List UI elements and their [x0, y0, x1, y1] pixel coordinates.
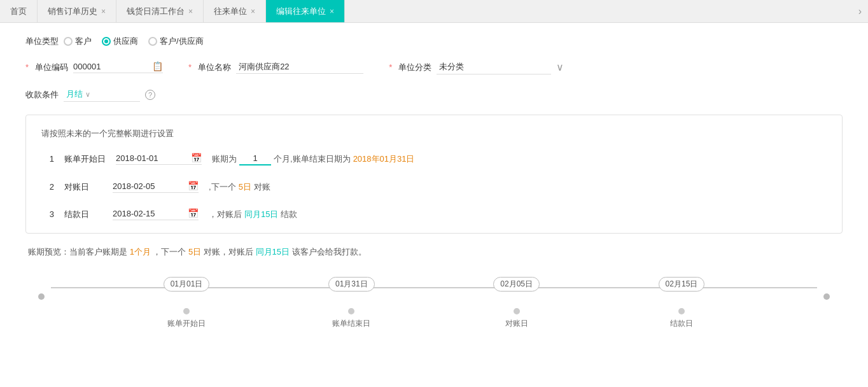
timeline-item-1: 01月01日 账单开始日 — [164, 277, 210, 329]
page-content: 单位类型 客户 供应商 客户/供应商 * 单位编码 — [0, 23, 868, 387]
unit-code-field: * 单位编码 📋 — [25, 61, 163, 73]
preview-connector2: 对账，对账后 — [204, 247, 253, 257]
step-1-date-field[interactable] — [116, 153, 186, 163]
tab-cash-daily-close[interactable]: × — [188, 7, 193, 16]
preview-connector1: ，下一个 — [153, 247, 186, 257]
step-3-highlight: 同月15日 — [244, 209, 278, 220]
timeline-badge-3: 02月05日 — [493, 277, 540, 292]
preview-label: 账期预览：当前客户账期是 — [28, 247, 127, 257]
preview-suffix: 该客户会给我打款。 — [292, 247, 367, 257]
step-2-desc: ,下一个 5日 对账 — [209, 181, 270, 193]
timeline-dot-1 — [183, 308, 190, 314]
radio-customer[interactable]: 客户 — [64, 36, 92, 47]
unit-code-input[interactable] — [73, 62, 150, 71]
step-1-row: 1 账单开始日 📅 账期为 个月,账单结束日期为 2018年01月31日 — [41, 152, 827, 165]
step-2-desc-prefix: ,下一个 — [209, 181, 236, 193]
preview-part1: 1个月 — [130, 247, 151, 257]
radio-both[interactable]: 客户/供应商 — [148, 36, 204, 47]
step-1-desc: 账期为 个月,账单结束日期为 2018年01月31日 — [212, 152, 414, 165]
radio-both-circle — [148, 37, 157, 46]
period-settings-section: 请按照未来的一个完整帐期进行设置 1 账单开始日 📅 账期为 个月,账单结束日期… — [25, 115, 843, 234]
step-1-months-input[interactable] — [239, 152, 271, 165]
unit-category-dropdown[interactable]: 未分类 ∨ — [437, 60, 564, 74]
step-3-desc-prefix: ，对账后 — [209, 209, 242, 220]
step-2-label: 对账日 — [64, 181, 102, 193]
step-3-calendar-icon[interactable]: 📅 — [188, 208, 199, 218]
timeline-dot-2 — [348, 308, 354, 314]
payment-terms-help-icon[interactable]: ? — [145, 90, 155, 100]
unit-code-input-wrapper: 📋 — [73, 61, 163, 73]
step-3-date-input: 📅 — [113, 208, 199, 220]
timeline-dot-3 — [514, 308, 520, 314]
unit-name-star: * — [188, 62, 192, 72]
unit-category-star: * — [389, 62, 392, 72]
step-3-desc: ，对账后 同月15日 结款 — [209, 209, 297, 220]
step-2-row: 2 对账日 📅 ,下一个 5日 对账 — [41, 181, 827, 193]
step-2-desc-suffix: 对账 — [254, 181, 270, 193]
timeline-end-end — [823, 281, 830, 300]
step-1-calendar-icon[interactable]: 📅 — [191, 153, 202, 163]
unit-type-row: 单位类型 客户 供应商 客户/供应商 — [25, 36, 843, 47]
timeline-container: 01月01日 账单开始日 01月31日 账单结束日 02月05日 对账日 02月… — [25, 271, 843, 335]
tab-edit-partner-close[interactable]: × — [330, 7, 334, 16]
timeline-label-3: 对账日 — [505, 318, 528, 329]
step-2-date-field[interactable] — [113, 181, 183, 191]
tabs-bar: 首页 销售订单历史 × 钱货日清工作台 × 往来单位 × 编辑往来单位 × › — [0, 0, 868, 23]
radio-supplier[interactable]: 供应商 — [102, 36, 138, 47]
tab-cash-daily[interactable]: 钱货日清工作台 × — [116, 0, 204, 22]
timeline-end-dot — [823, 293, 830, 300]
tab-partner[interactable]: 往来单位 × — [204, 0, 266, 22]
step-2-num: 2 — [41, 182, 54, 192]
unit-category-value: 未分类 — [437, 60, 551, 74]
step-3-desc-suffix: 结款 — [281, 209, 297, 220]
payment-terms-field: 收款条件 月结 ∨ ? — [25, 87, 155, 102]
section-description: 请按照未来的一个完整帐期进行设置 — [41, 128, 827, 139]
payment-terms-select[interactable]: 月结 ∨ — [64, 87, 140, 102]
payment-terms-chevron-icon: ∨ — [85, 90, 90, 99]
step-1-highlight: 2018年01月31日 — [353, 153, 415, 165]
tab-sales-history[interactable]: 销售订单历史 × — [38, 0, 116, 22]
timeline-label-4: 结款日 — [670, 318, 693, 329]
step-1-num: 1 — [41, 154, 54, 164]
tab-partner-close[interactable]: × — [251, 7, 255, 16]
step-3-num: 3 — [41, 209, 54, 219]
timeline-badge-1: 01月01日 — [164, 277, 210, 292]
tab-partner-label: 往来单位 — [214, 6, 247, 17]
timeline-dot-4 — [678, 308, 685, 314]
unit-name-label: 单位名称 — [198, 62, 231, 73]
tab-cash-daily-label: 钱货日清工作台 — [127, 6, 185, 17]
step-2-highlight: 5日 — [239, 181, 251, 193]
unit-code-label: 单位编码 — [35, 62, 68, 73]
tabs-more-button[interactable]: › — [852, 6, 868, 17]
unit-category-label: 单位分类 — [398, 62, 431, 73]
tab-home[interactable]: 首页 — [0, 0, 38, 22]
step-2-calendar-icon[interactable]: 📅 — [188, 181, 199, 191]
tab-sales-history-label: 销售订单历史 — [48, 6, 97, 17]
timeline-label-1: 账单开始日 — [167, 318, 206, 329]
timeline-item-2: 01月31日 账单结束日 — [328, 277, 375, 329]
preview-part3: 同月15日 — [256, 247, 290, 257]
radio-customer-circle — [64, 37, 73, 46]
radio-supplier-circle — [102, 37, 111, 46]
step-1-label: 账单开始日 — [64, 153, 106, 165]
preview-section: 账期预览：当前客户账期是 1个月 ，下一个 5日 对账，对账后 同月15日 该客… — [25, 246, 843, 258]
step-3-date-field[interactable] — [113, 209, 183, 218]
unit-name-input[interactable] — [236, 61, 363, 74]
tab-home-label: 首页 — [10, 6, 27, 17]
step-1-desc-prefix: 账期为 — [212, 153, 237, 165]
tab-edit-partner-label: 编辑往来单位 — [276, 6, 326, 17]
tab-sales-history-close[interactable]: × — [101, 7, 106, 16]
step-1-desc-suffix: 个月,账单结束日期为 — [274, 153, 351, 165]
radio-both-label: 客户/供应商 — [160, 36, 204, 47]
step-3-label: 结款日 — [64, 209, 102, 220]
unit-code-icon[interactable]: 📋 — [152, 61, 163, 71]
unit-category-field: * 单位分类 未分类 ∨ — [389, 60, 564, 74]
preview-part2: 5日 — [188, 247, 201, 257]
step-2-date-input: 📅 — [113, 181, 199, 193]
unit-type-radio-group: 客户 供应商 客户/供应商 — [64, 36, 204, 47]
unit-code-star: * — [25, 62, 29, 72]
tab-edit-partner[interactable]: 编辑往来单位 × — [266, 0, 345, 22]
timeline-item-3: 02月05日 对账日 — [493, 277, 540, 329]
timeline-badge-4: 02月15日 — [659, 277, 705, 292]
radio-supplier-label: 供应商 — [113, 36, 138, 47]
